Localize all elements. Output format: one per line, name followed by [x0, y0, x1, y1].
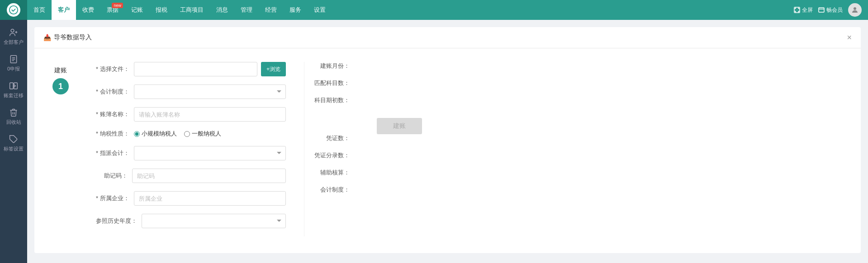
step-circle: 1	[52, 78, 69, 94]
right-info: 建账月份： 匹配科目数： 科目期初数： 建账 凭证数：	[304, 62, 485, 236]
accountant-label: * 指派会计：	[96, 149, 134, 157]
build-account-button[interactable]: 建账	[377, 118, 422, 134]
info-row-build-month: 建账月份：	[313, 62, 485, 70]
step-label: 建账	[54, 66, 67, 75]
nav-item-message[interactable]: 消息	[210, 0, 234, 20]
tax-general-radio[interactable]	[184, 131, 190, 137]
top-nav: 首页 客户 收费 票据 new 记账 报税 工商项目 消息 管理 经营 服务 设…	[0, 0, 868, 20]
panel-header: 📥 导爷数据导入 ×	[34, 27, 861, 48]
sidebar-item-zero-declare[interactable]: 0申报	[0, 51, 27, 76]
tax-type-radio-group: 小规模纳税人 一般纳税人	[134, 130, 221, 138]
panel-title-text: 导爷数据导入	[54, 33, 92, 42]
info-row-initial-amount: 科目期初数：	[313, 96, 485, 104]
info-row-voucher: 凭证数：	[313, 134, 485, 142]
avatar[interactable]	[848, 3, 862, 17]
left-form: * 选择文件： +浏览 * 会计制度： * 账簿名称：	[96, 62, 286, 236]
history-year-select[interactable]	[142, 214, 286, 228]
logo-area	[0, 0, 27, 20]
sidebar-item-recycle[interactable]: 回收站	[0, 104, 27, 129]
accountant-row: * 指派会计：	[96, 146, 286, 160]
company-label: * 所属企业：	[96, 194, 134, 202]
memo-row: 助记码：	[96, 169, 286, 183]
file-input-area: +浏览	[134, 62, 286, 76]
voucher-entries-label: 凭证分录数：	[313, 151, 354, 160]
svg-point-3	[854, 7, 856, 10]
info-row-accounting-system: 会计制度：	[313, 186, 485, 194]
build-btn-area: 建账	[313, 118, 485, 134]
tax-type-label: * 纳税性质：	[96, 130, 134, 138]
logo-icon	[7, 3, 20, 17]
new-badge: new	[112, 3, 123, 8]
browse-button[interactable]: +浏览	[261, 62, 286, 76]
info-row-match-subjects: 匹配科目数：	[313, 79, 485, 87]
accounting-system-select[interactable]	[134, 85, 286, 99]
panel: 📥 导爷数据导入 × 建账 1 * 选择文件： +浏览	[34, 27, 861, 253]
form-area: 建账 1 * 选择文件： +浏览 * 会计制度：	[34, 48, 861, 250]
nav-item-admin[interactable]: 管理	[234, 0, 259, 20]
close-button[interactable]: ×	[847, 33, 852, 42]
accounting-system-label: * 会计制度：	[96, 88, 134, 96]
nav-items: 首页 客户 收费 票据 new 记账 报税 工商项目 消息 管理 经营 服务 设…	[27, 0, 794, 20]
tax-general-option[interactable]: 一般纳税人	[184, 130, 221, 138]
memo-input[interactable]	[132, 169, 286, 183]
tax-small-scale-option[interactable]: 小规模纳税人	[134, 130, 177, 138]
nav-item-tax[interactable]: 报税	[149, 0, 174, 20]
nav-item-invoice[interactable]: 票据 new	[100, 0, 125, 20]
nav-item-charge[interactable]: 收费	[76, 0, 100, 20]
nav-item-customer[interactable]: 客户	[52, 0, 76, 20]
sidebar-item-tag-settings[interactable]: 标签设置	[0, 131, 27, 156]
sidebar-item-all-customers[interactable]: 全部客户	[0, 24, 27, 49]
file-select-row: * 选择文件： +浏览	[96, 62, 286, 76]
nav-right: 全屏 畅会员	[794, 3, 868, 17]
sidebar: 全部客户 0申报 账套迁移 回收站 标签设置	[0, 20, 27, 263]
auxiliary-label: 辅助核算：	[313, 169, 354, 177]
tax-type-row: * 纳税性质： 小规模纳税人 一般纳税人	[96, 130, 286, 138]
ledger-name-row: * 账簿名称：	[96, 107, 286, 122]
svg-point-4	[11, 29, 14, 33]
ledger-name-label: * 账簿名称：	[96, 110, 134, 118]
accounting-system-info-label: 会计制度：	[313, 186, 354, 194]
svg-rect-6	[10, 83, 14, 89]
fullscreen-btn[interactable]: 全屏	[794, 6, 813, 14]
nav-item-service[interactable]: 服务	[283, 0, 308, 20]
vip-btn[interactable]: 畅会员	[818, 6, 843, 14]
company-input[interactable]	[134, 191, 286, 206]
import-icon: 📥	[43, 34, 51, 41]
file-text-input[interactable]	[134, 62, 257, 76]
history-year-label: 参照历史年度：	[96, 217, 142, 225]
nav-item-home[interactable]: 首页	[27, 0, 52, 20]
svg-rect-2	[819, 8, 824, 12]
tax-small-scale-radio[interactable]	[134, 131, 140, 137]
main-content: 📥 导爷数据导入 × 建账 1 * 选择文件： +浏览	[27, 20, 868, 263]
ledger-name-input[interactable]	[134, 107, 286, 122]
sidebar-item-ledger-migrate[interactable]: 账套迁移	[0, 78, 27, 103]
info-row-voucher-entries: 凭证分录数：	[313, 151, 485, 160]
nav-item-business[interactable]: 工商项目	[174, 0, 210, 20]
history-year-row: 参照历史年度：	[96, 214, 286, 228]
info-row-auxiliary: 辅助核算：	[313, 169, 485, 177]
file-select-label: * 选择文件：	[96, 65, 134, 73]
initial-amount-label: 科目期初数：	[313, 96, 354, 104]
panel-title: 📥 导爷数据导入	[43, 33, 92, 42]
svg-point-0	[9, 6, 18, 14]
svg-rect-1	[794, 7, 800, 13]
voucher-label: 凭证数：	[313, 134, 354, 142]
accounting-system-row: * 会计制度：	[96, 85, 286, 99]
build-month-label: 建账月份：	[313, 62, 354, 70]
company-row: * 所属企业：	[96, 191, 286, 206]
nav-item-bookkeeping[interactable]: 记账	[125, 0, 149, 20]
nav-item-settings[interactable]: 设置	[308, 0, 332, 20]
accountant-select[interactable]	[134, 146, 286, 160]
memo-label: 助记码：	[96, 172, 132, 180]
nav-item-operation[interactable]: 经营	[259, 0, 283, 20]
match-subjects-label: 匹配科目数：	[313, 79, 354, 87]
step-indicator: 建账 1	[52, 62, 78, 236]
